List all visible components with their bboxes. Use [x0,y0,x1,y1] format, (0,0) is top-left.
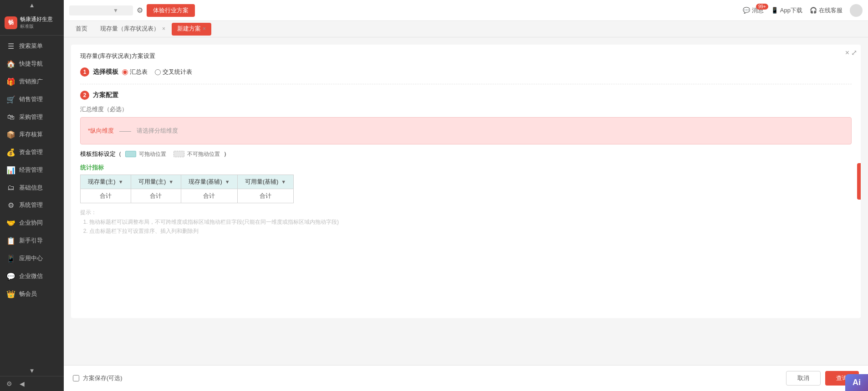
section1-num: 1 [80,67,89,77]
inventory-icon: 📦 [6,130,15,139]
template-radio-group: 汇总表 交叉统计表 [122,68,192,76]
sidebar-item-wechat[interactable]: 💬 企业微信 [0,268,64,285]
dim-box: *纵向维度 —— 请选择分组维度 [80,117,852,144]
sidebar-item-search-menu[interactable]: ☰ 搜索菜单 [0,37,64,55]
stats-label: 统计指标 [80,164,852,172]
cell-1-4: 合计 [237,189,294,203]
sidebar-item-quick-nav[interactable]: 🏠 快捷导航 [0,55,64,73]
radio-summary-input[interactable] [122,69,128,75]
sidebar-nav: ☰ 搜索菜单 🏠 快捷导航 🎁 营销推广 🛒 销售管理 🛍 采购管理 📦 库存核… [0,36,64,365]
dim-placeholder: 请选择分组维度 [137,127,178,135]
sidebar-label-inventory: 库存核算 [19,130,43,139]
sidebar-item-enterprise[interactable]: 🤝 企业协同 [0,214,64,232]
sidebar-item-purchase[interactable]: 🛍 采购管理 [0,108,64,126]
cell-1-3: 合计 [181,189,238,203]
sidebar-item-marketing[interactable]: 🎁 营销推广 [0,73,64,91]
save-checkbox[interactable] [73,375,79,381]
sidebar-label-operations: 经营管理 [19,166,43,174]
sidebar-label-system: 系统管理 [19,201,43,209]
sidebar: ▲ 畅 畅康通好生意 标准版 ☰ 搜索菜单 🏠 快捷导航 🎁 营销推广 🛒 销售… [0,0,64,391]
sidebar-item-basic-info[interactable]: 🗂 基础信息 [0,179,64,196]
message-icon: 💬 [743,7,750,14]
legend: 可拖动位置 不可拖动位置 [125,150,220,158]
section-template: 1 选择模板 汇总表 交叉统计表 [80,67,852,77]
tab-inventory-status-close[interactable]: × [162,26,165,32]
col-header-3-chevron[interactable]: ▼ [225,179,230,185]
legend-draggable-label: 可拖动位置 [139,150,166,158]
tabs-bar: 首页 现存量（库存状况表） × 新建方案 × [64,21,868,37]
sidebar-label-marketing: 营销推广 [19,77,43,86]
sidebar-label-sales: 销售管理 [19,95,43,103]
col-header-4-chevron[interactable]: ▼ [281,179,286,185]
sidebar-label-member: 畅会员 [19,290,37,298]
stats-header-row: 现存量(主) ▼ 可用量(主) ▼ [81,175,294,189]
service-label: 在线客服 [819,6,842,15]
section-config: 2 方案配置 汇总维度（必选） *纵向维度 —— 请选择分组维度 模板指标设定（ [80,91,852,235]
sidebar-item-system[interactable]: ⚙ 系统管理 [0,196,64,214]
sidebar-item-newbie[interactable]: 📋 新手引导 [0,232,64,250]
app-download-btn[interactable]: 📱 App下载 [771,6,802,15]
topbar-settings-btn[interactable]: ⚙ [137,6,143,15]
cancel-button[interactable]: 取消 [786,371,821,386]
tab-inventory-status-label: 现存量（库存状况表） [100,25,159,33]
sidebar-settings-btn[interactable]: ⚙ [6,380,12,387]
col-header-2-chevron[interactable]: ▼ [168,179,174,185]
sidebar-item-member[interactable]: 👑 畅会员 [0,285,64,303]
operations-icon: 📊 [6,166,15,175]
sidebar-scroll-up[interactable]: ▲ [0,0,64,10]
dim-row: *纵向维度 —— 请选择分组维度 [88,127,844,135]
app-edition: 标准版 [20,23,53,30]
sidebar-item-sales[interactable]: 🛒 销售管理 [0,91,64,108]
sidebar-scroll-down[interactable]: ▼ [0,365,64,376]
ai-badge: Ai [845,374,868,391]
radio-cross[interactable]: 交叉统计表 [155,68,192,76]
sidebar-collapse-btn[interactable]: ◀ [20,380,25,387]
message-btn[interactable]: 💬 消息 99+ [743,6,764,15]
content-area: × ⤢ 现存量(库存状况表)方案设置 1 选择模板 汇总表 [64,37,868,365]
tab-inventory-status[interactable]: 现存量（库存状况表） × [94,22,172,36]
sidebar-logo: 畅 畅康通好生意 标准版 [0,10,64,36]
app-label: App下载 [780,6,802,15]
panel-close-btn[interactable]: × [845,49,849,57]
trial-btn[interactable]: 体验行业方案 [147,4,195,17]
panel-expand-btn[interactable]: ⤢ [851,48,857,57]
app-icon: 📱 [771,7,778,14]
section2-num: 2 [80,91,89,100]
app-name: 畅康通好生意 [20,16,53,23]
wechat-icon: 💬 [6,272,15,281]
radio-cross-label: 交叉统计表 [163,68,192,76]
footer-left: 方案保存(可选) [73,374,123,382]
stats-table: 现存量(主) ▼ 可用量(主) ▼ [80,175,294,203]
search-chevron-icon[interactable]: ▼ [113,7,118,14]
user-avatar-btn[interactable] [850,4,863,17]
topbar: ▼ ⚙ 体验行业方案 💬 消息 99+ 📱 App下载 🎧 在线客服 [64,0,868,21]
enterprise-icon: 🤝 [6,219,15,227]
tips: 提示： 拖动标题栏可以调整布局，不可跨维度或指标区域拖动栏目字段(只能在同一维度… [80,209,852,235]
sidebar-item-inventory[interactable]: 📦 库存核算 [0,126,64,144]
col-header-4-label: 可用量(基辅) [245,178,279,186]
search-box: ▼ [69,5,133,15]
sidebar-label-enterprise: 企业协同 [19,219,43,227]
tab-new-scheme-close[interactable]: × [203,26,206,32]
radio-summary[interactable]: 汇总表 [122,68,148,76]
settings-panel: × ⤢ 现存量(库存状况表)方案设置 1 选择模板 汇总表 [71,45,861,318]
member-icon: 👑 [6,290,15,298]
tab-home[interactable]: 首页 [69,22,94,36]
sidebar-item-operations[interactable]: 📊 经营管理 [0,161,64,179]
col-header-1-chevron[interactable]: ▼ [118,179,123,185]
sidebar-item-finance[interactable]: 💰 资金管理 [0,144,64,161]
col-header-2: 可用量(主) ▼ [131,175,181,189]
logo-icon: 畅 [5,16,17,29]
sidebar-label-finance: 资金管理 [19,148,43,156]
sidebar-item-app-center[interactable]: 📱 应用中心 [0,250,64,268]
tab-new-scheme[interactable]: 新建方案 × [172,23,211,36]
tab-new-scheme-label: 新建方案 [177,25,201,33]
sidebar-bottom: ⚙ ◀ [0,376,64,391]
service-btn[interactable]: 🎧 在线客服 [810,6,842,15]
panel-title: 现存量(库存状况表)方案设置 [80,52,852,60]
sidebar-label-purchase: 采购管理 [19,113,43,121]
search-input[interactable] [74,7,110,14]
radio-cross-input[interactable] [155,69,161,75]
topbar-right: 💬 消息 99+ 📱 App下载 🎧 在线客服 [743,4,863,17]
tip-1: 拖动标题栏可以调整布局，不可跨维度或指标区域拖动栏目字段(只能在同一维度或指标区… [89,218,852,226]
